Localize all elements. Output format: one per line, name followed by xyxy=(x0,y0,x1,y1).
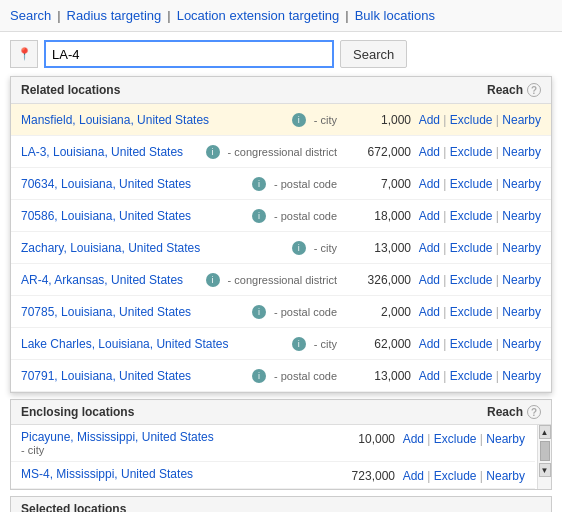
location-type-4: - city xyxy=(314,242,337,254)
dropdown-header: Related locations Reach ? xyxy=(11,77,551,104)
info-icon-0[interactable]: i xyxy=(292,113,306,127)
tab-bulk[interactable]: Bulk locations xyxy=(355,8,435,23)
search-input[interactable] xyxy=(44,40,334,68)
add-link-1[interactable]: Add xyxy=(419,145,440,159)
add-link-0[interactable]: Add xyxy=(419,113,440,127)
info-icon-4[interactable]: i xyxy=(292,241,306,255)
add-link-2[interactable]: Add xyxy=(419,177,440,191)
info-icon-7[interactable]: i xyxy=(292,337,306,351)
enc-exclude-0[interactable]: Exclude xyxy=(434,432,477,446)
exclude-link-4[interactable]: Exclude xyxy=(450,241,493,255)
reach-help-icon[interactable]: ? xyxy=(527,83,541,97)
enc-nearby-1[interactable]: Nearby xyxy=(486,469,525,483)
exclude-link-2[interactable]: Exclude xyxy=(450,177,493,191)
search-button[interactable]: Search xyxy=(340,40,407,68)
info-icon-1[interactable]: i xyxy=(206,145,220,159)
actions-1: Add | Exclude | Nearby xyxy=(411,145,541,159)
nearby-link-7[interactable]: Nearby xyxy=(502,337,541,351)
reach-header-col: Reach ? xyxy=(487,83,541,97)
enclosing-label: Enclosing locations xyxy=(21,405,134,419)
enc-add-0[interactable]: Add xyxy=(403,432,424,446)
top-nav: Search | Radius targeting | Location ext… xyxy=(0,0,562,32)
add-link-4[interactable]: Add xyxy=(419,241,440,255)
dropdown-row-0: Mansfield, Louisiana, United States i - … xyxy=(11,104,551,136)
enclosing-row-0: Picayune, Mississippi, United States - c… xyxy=(11,425,535,462)
enc-exclude-1[interactable]: Exclude xyxy=(434,469,477,483)
add-link-8[interactable]: Add xyxy=(419,369,440,383)
search-bar: 📍 Search xyxy=(0,32,562,76)
enclosing-actions-1: Add | Exclude | Nearby xyxy=(395,467,525,483)
location-type-6: - postal code xyxy=(274,306,337,318)
enclosing-reach-0: 10,000 xyxy=(325,430,395,446)
info-icon-3[interactable]: i xyxy=(252,209,266,223)
nearby-link-2[interactable]: Nearby xyxy=(502,177,541,191)
nearby-link-4[interactable]: Nearby xyxy=(502,241,541,255)
enclosing-loc-info-1: MS-4, Mississippi, United States xyxy=(21,467,325,481)
actions-6: Add | Exclude | Nearby xyxy=(411,305,541,319)
selected-header: Selected locations xyxy=(11,497,551,512)
exclude-link-6[interactable]: Exclude xyxy=(450,305,493,319)
nearby-link-8[interactable]: Nearby xyxy=(502,369,541,383)
enclosing-reach-1: 723,000 xyxy=(325,467,395,483)
enclosing-loc-info-0: Picayune, Mississippi, United States - c… xyxy=(21,430,325,456)
enclosing-sub-0: - city xyxy=(21,444,325,456)
info-icon-5[interactable]: i xyxy=(206,273,220,287)
location-name-4[interactable]: Zachary, Louisiana, United States xyxy=(21,241,288,255)
scroll-down-btn[interactable]: ▼ xyxy=(539,463,551,477)
location-type-0: - city xyxy=(314,114,337,126)
enclosing-reach-help[interactable]: ? xyxy=(527,405,541,419)
reach-val-4: 13,000 xyxy=(341,241,411,255)
reach-val-0: 1,000 xyxy=(341,113,411,127)
enclosing-name-0[interactable]: Picayune, Mississippi, United States xyxy=(21,430,325,444)
location-name-3[interactable]: 70586, Louisiana, United States xyxy=(21,209,248,223)
location-name-0[interactable]: Mansfield, Louisiana, United States xyxy=(21,113,288,127)
location-name-5[interactable]: AR-4, Arkansas, United States xyxy=(21,273,202,287)
exclude-link-8[interactable]: Exclude xyxy=(450,369,493,383)
nearby-link-1[interactable]: Nearby xyxy=(502,145,541,159)
actions-0: Add | Exclude | Nearby xyxy=(411,113,541,127)
nearby-link-6[interactable]: Nearby xyxy=(502,305,541,319)
scroll-thumb[interactable] xyxy=(540,441,550,461)
scrollbar[interactable]: ▲ ▼ xyxy=(537,425,551,489)
location-name-2[interactable]: 70634, Louisiana, United States xyxy=(21,177,248,191)
exclude-link-7[interactable]: Exclude xyxy=(450,337,493,351)
location-type-7: - city xyxy=(314,338,337,350)
info-icon-8[interactable]: i xyxy=(252,369,266,383)
add-link-5[interactable]: Add xyxy=(419,273,440,287)
tab-radius[interactable]: Radius targeting xyxy=(67,8,162,23)
location-type-2: - postal code xyxy=(274,178,337,190)
scroll-up-btn[interactable]: ▲ xyxy=(539,425,551,439)
exclude-link-3[interactable]: Exclude xyxy=(450,209,493,223)
location-name-6[interactable]: 70785, Louisiana, United States xyxy=(21,305,248,319)
tab-location-ext[interactable]: Location extension targeting xyxy=(177,8,340,23)
reach-header-label: Reach xyxy=(487,83,523,97)
add-link-7[interactable]: Add xyxy=(419,337,440,351)
exclude-link-1[interactable]: Exclude xyxy=(450,145,493,159)
location-type-3: - postal code xyxy=(274,210,337,222)
dropdown-row-2: 70634, Louisiana, United States i - post… xyxy=(11,168,551,200)
reach-val-7: 62,000 xyxy=(341,337,411,351)
nearby-link-0[interactable]: Nearby xyxy=(502,113,541,127)
location-name-7[interactable]: Lake Charles, Louisiana, United States xyxy=(21,337,288,351)
sep2: | xyxy=(167,8,170,23)
dropdown-row-7: Lake Charles, Louisiana, United States i… xyxy=(11,328,551,360)
nearby-link-5[interactable]: Nearby xyxy=(502,273,541,287)
add-link-6[interactable]: Add xyxy=(419,305,440,319)
info-icon-2[interactable]: i xyxy=(252,177,266,191)
nearby-link-3[interactable]: Nearby xyxy=(502,209,541,223)
enc-nearby-0[interactable]: Nearby xyxy=(486,432,525,446)
exclude-link-5[interactable]: Exclude xyxy=(450,273,493,287)
selected-section: Selected locations Targeted (1) Show loc… xyxy=(10,496,552,512)
location-type-8: - postal code xyxy=(274,370,337,382)
reach-val-1: 672,000 xyxy=(341,145,411,159)
location-name-1[interactable]: LA-3, Louisiana, United States xyxy=(21,145,202,159)
dropdown-row-6: 70785, Louisiana, United States i - post… xyxy=(11,296,551,328)
enclosing-name-1[interactable]: MS-4, Mississippi, United States xyxy=(21,467,325,481)
location-icon-box[interactable]: 📍 xyxy=(10,40,38,68)
tab-search[interactable]: Search xyxy=(10,8,51,23)
info-icon-6[interactable]: i xyxy=(252,305,266,319)
enc-add-1[interactable]: Add xyxy=(403,469,424,483)
add-link-3[interactable]: Add xyxy=(419,209,440,223)
exclude-link-0[interactable]: Exclude xyxy=(450,113,493,127)
location-name-8[interactable]: 70791, Louisiana, United States xyxy=(21,369,248,383)
